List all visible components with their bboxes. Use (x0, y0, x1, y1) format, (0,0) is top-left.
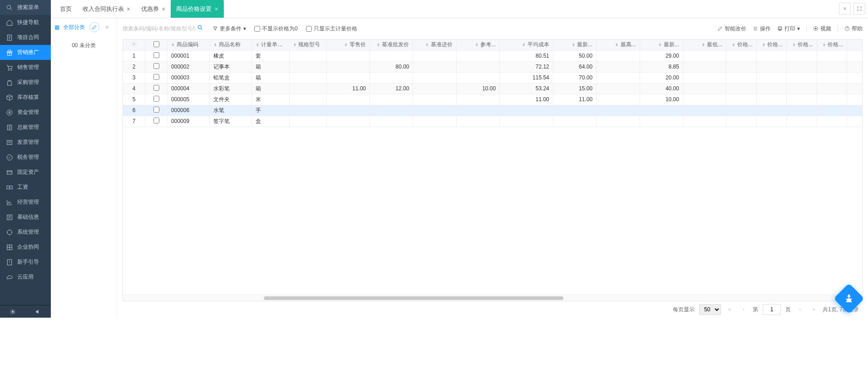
horizontal-scrollbar[interactable] (123, 295, 862, 301)
column-header-wholesale[interactable]: ▲▼基准批发价 (370, 39, 413, 50)
sidebar-item[interactable]: 采购管理 (0, 75, 51, 90)
table-row[interactable]: 1000001橡皮套80.5150.0029.00 (123, 50, 862, 61)
cell-latest: 11.00 (553, 94, 596, 105)
page-input[interactable] (763, 304, 781, 315)
table-row[interactable]: 2000002记事本箱80.0072.1264.008.85 (123, 61, 862, 72)
sidebar-item[interactable]: 经营管理 (0, 195, 51, 210)
column-header-name[interactable]: ▲▼商品名称 (210, 39, 252, 50)
cell-unit: 箱 (252, 83, 289, 94)
row-checkbox[interactable] (145, 61, 168, 72)
operate-button[interactable]: 操作 (753, 25, 771, 33)
sidebar-item[interactable]: 工资 (0, 180, 51, 195)
cell-wholesale: 12.00 (370, 83, 413, 94)
column-header-latest[interactable]: ▲▼最新... (553, 39, 596, 50)
sidebar-item[interactable]: 搜索菜单 (0, 0, 51, 15)
column-header-purchase[interactable]: ▲▼基准进价 (413, 39, 456, 50)
sidebar-item[interactable]: 项目合同 (0, 30, 51, 45)
category-title[interactable]: 全部分类 (63, 24, 86, 31)
row-checkbox[interactable] (145, 50, 168, 61)
sidebar-item-label: 总账管理 (17, 123, 39, 131)
collapse-panel-button[interactable] (103, 22, 113, 32)
search-icon[interactable] (197, 25, 203, 32)
column-header-lowest[interactable]: ▲▼最低... (683, 39, 726, 50)
settings-button[interactable] (0, 305, 25, 318)
sidebar-item-label: 快捷导航 (17, 19, 39, 26)
close-icon[interactable]: × (162, 5, 165, 13)
sidebar-item[interactable]: 发票管理 (0, 135, 51, 150)
per-page-select[interactable]: 50 (699, 304, 721, 315)
search-input[interactable] (123, 24, 195, 34)
table-row[interactable]: 6000006水笔手 (123, 105, 862, 116)
row-checkbox[interactable] (145, 105, 168, 116)
close-all-tabs-button[interactable] (839, 3, 851, 15)
sidebar-item[interactable]: 销售管理 (0, 60, 51, 75)
column-header-newest[interactable]: ▲▼最新... (640, 39, 683, 50)
sidebar-item[interactable]: 新手引导 (0, 255, 51, 270)
table-row[interactable]: 7000009签字笔盒 (123, 116, 862, 127)
cell-name: 水笔 (210, 105, 252, 116)
row-checkbox[interactable] (145, 83, 168, 94)
edit-category-button[interactable] (89, 22, 99, 32)
column-header-avgcost[interactable]: ▲▼平均成本 (500, 39, 553, 50)
column-header-code[interactable]: ▲▼商品编码 (168, 39, 210, 50)
sidebar-item-label: 云应用 (17, 273, 34, 281)
sidebar-item[interactable]: 基础信息 (0, 210, 51, 225)
sidebar-item[interactable]: 资金管理 (0, 105, 51, 120)
sidebar-item[interactable]: 企业协同 (0, 240, 51, 255)
tab[interactable]: 商品价格设置× (171, 0, 223, 18)
sidebar-item[interactable]: 营销推广 (0, 45, 51, 60)
sidebar-item[interactable]: 快捷导航 (0, 15, 51, 30)
prev-page-button[interactable] (739, 305, 748, 314)
tab[interactable]: 收入合同执行表× (77, 0, 136, 18)
table-row[interactable]: 4000004水彩笔箱11.0012.0010.0053.2415.0040.0… (123, 83, 862, 94)
row-checkbox[interactable] (145, 116, 168, 127)
column-header-spec[interactable]: ▲▼规格型号 (289, 39, 326, 50)
table-row[interactable]: 5000005文件夹米11.0011.0010.00 (123, 94, 862, 105)
sidebar-item[interactable]: 固定资产 (0, 165, 51, 180)
settings-column-header[interactable] (123, 39, 145, 50)
column-header-unit[interactable]: ▲▼计量单位... (252, 39, 289, 50)
print-button[interactable]: 打印 ▾ (777, 25, 800, 33)
column-header-p3[interactable]: ▲▼价格... (787, 39, 817, 50)
smart-price-button[interactable]: 智能改价 (717, 25, 746, 33)
fullscreen-button[interactable] (853, 3, 865, 15)
chevron-down-icon: ▾ (243, 25, 246, 32)
more-conditions-button[interactable]: 更多条件 ▾ (212, 25, 246, 33)
video-button[interactable]: 视频 (813, 25, 831, 33)
column-header-retail[interactable]: ▲▼零售价 (326, 39, 370, 50)
row-checkbox[interactable] (145, 94, 168, 105)
column-header-ref[interactable]: ▲▼参考... (456, 39, 499, 50)
select-all-checkbox[interactable] (145, 39, 168, 50)
row-checkbox[interactable] (145, 72, 168, 83)
bag-icon (5, 79, 14, 87)
sidebar-item[interactable]: 库存核算 (0, 90, 51, 105)
sidebar-footer (0, 305, 51, 318)
next-page-button[interactable] (795, 305, 804, 314)
sidebar-item[interactable]: 云应用 (0, 270, 51, 285)
last-page-button[interactable] (809, 305, 818, 314)
row-index: 4 (123, 83, 145, 94)
table-row[interactable]: 3000003铅笔盒箱115.5470.0020.00 (123, 72, 862, 83)
close-icon[interactable]: × (127, 5, 130, 13)
column-header-p2[interactable]: ▲▼价格... (756, 39, 787, 50)
sound-button[interactable] (25, 305, 51, 318)
cell-avgcost (500, 116, 553, 127)
cell-p2 (756, 83, 787, 94)
column-header-highest[interactable]: ▲▼最高... (597, 39, 640, 50)
column-header-p1[interactable]: ▲▼价格... (726, 39, 757, 50)
first-page-button[interactable] (725, 305, 735, 314)
only-unit-checkbox[interactable]: 只显示主计量价格 (306, 25, 357, 33)
close-icon[interactable]: × (214, 5, 218, 13)
column-header-p4[interactable]: ▲▼价格... (817, 39, 847, 50)
gift-icon (5, 49, 14, 57)
sidebar-item[interactable]: 税务管理 (0, 150, 51, 165)
sidebar-item[interactable]: 系统管理 (0, 225, 51, 240)
sidebar-item[interactable]: 总账管理 (0, 120, 51, 135)
tab[interactable]: 优惠券× (136, 0, 171, 18)
sort-icon: ▲▼ (213, 43, 217, 47)
category-node[interactable]: 00 未分类 (58, 40, 109, 51)
tab[interactable]: 首页 (54, 0, 77, 18)
help-button[interactable]: 帮助 (844, 25, 863, 33)
hide-zero-checkbox[interactable]: 不显示价格为0 (254, 25, 298, 33)
cell-wholesale (370, 94, 413, 105)
